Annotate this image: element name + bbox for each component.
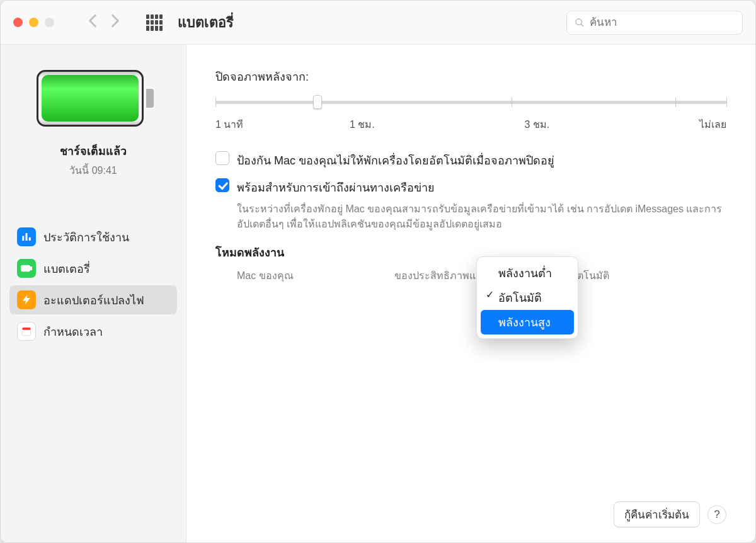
sidebar-item-power-adapter[interactable]: อะแดปเตอร์แปลงไฟ	[9, 285, 177, 314]
power-mode-popup[interactable]: พลังงานต่ำ อัตโนมัติ พลังงานสูง	[476, 256, 578, 339]
zoom-window-button[interactable]	[45, 18, 54, 27]
nav-arrows	[88, 14, 120, 31]
battery-icon	[37, 70, 150, 127]
slider-tick-label: 1 นาที	[215, 117, 243, 132]
slider-tick-label: ไม่เลย	[699, 117, 726, 132]
popup-option-high-power[interactable]: พลังงานสูง	[481, 310, 574, 334]
slider-tick-label: 1 ชม.	[350, 117, 375, 132]
close-window-button[interactable]	[13, 18, 23, 27]
sidebar-item-label: กำหนดเวลา	[43, 323, 103, 341]
display-off-slider[interactable]	[215, 92, 726, 110]
prevent-sleep-label: ป้องกัน Mac ของคุณไม่ให้พักเครื่องโดยอัต…	[237, 151, 554, 169]
forward-button[interactable]	[111, 14, 120, 31]
wake-network-desc: ในระหว่างที่เครื่องพักอยู่ Mac ของคุณสาม…	[237, 202, 726, 232]
svg-rect-6	[31, 267, 32, 270]
power-mode-label: โหมดพลังงาน	[215, 243, 726, 261]
charge-time: วันนี้ 09:41	[9, 163, 177, 178]
show-all-icon[interactable]	[146, 14, 163, 31]
battery-small-icon	[17, 259, 36, 278]
main-content: ปิดจอภาพหลังจาก: 1 นาที 15 นาที 1 ชม. 3 …	[186, 45, 755, 542]
sidebar-item-schedule[interactable]: กำหนดเวลา	[9, 317, 177, 346]
prevent-sleep-checkbox[interactable]	[215, 151, 229, 165]
popup-option-automatic[interactable]: อัตโนมัติ	[481, 285, 574, 310]
calendar-icon	[17, 322, 36, 341]
svg-rect-3	[26, 233, 28, 241]
search-icon	[575, 18, 585, 28]
sidebar-item-label: แบตเตอรี่	[43, 260, 90, 278]
sidebar-item-label: ประวัติการใช้งาน	[43, 228, 129, 246]
minimize-window-button[interactable]	[29, 18, 38, 27]
svg-rect-5	[21, 266, 30, 272]
svg-rect-4	[29, 237, 31, 241]
charge-status: ชาร์จเต็มแล้ว	[9, 142, 177, 160]
prevent-sleep-row: ป้องกัน Mac ของคุณไม่ให้พักเครื่องโดยอัต…	[215, 151, 726, 169]
wake-network-checkbox[interactable]	[215, 178, 229, 192]
wake-network-label: พร้อมสำหรับการเข้าถึงผ่านทางเครือข่าย	[237, 178, 435, 197]
svg-rect-8	[22, 328, 31, 330]
back-button[interactable]	[88, 14, 97, 31]
search-field[interactable]	[590, 16, 735, 29]
help-button[interactable]: ?	[707, 505, 726, 524]
display-off-label: ปิดจอภาพหลังจาก:	[215, 67, 726, 86]
svg-point-0	[576, 19, 581, 25]
wake-network-row: พร้อมสำหรับการเข้าถึงผ่านทางเครือข่าย	[215, 178, 726, 197]
bar-chart-icon	[17, 227, 36, 246]
preferences-window: แบตเตอรี่ ชาร์จเต็มแล้ว วันนี้ 09:41 ประ…	[0, 0, 756, 543]
slider-thumb[interactable]	[313, 95, 322, 109]
svg-rect-2	[22, 236, 24, 241]
sidebar-item-label: อะแดปเตอร์แปลงไฟ	[43, 291, 144, 309]
bolt-icon	[17, 290, 36, 309]
popup-option-low-power[interactable]: พลังงานต่ำ	[481, 261, 574, 285]
sidebar-nav: ประวัติการใช้งาน แบตเตอรี่ อะแดปเตอร์แปล…	[9, 222, 177, 346]
sidebar-item-usage-history[interactable]: ประวัติการใช้งาน	[9, 222, 177, 251]
sidebar-item-battery[interactable]: แบตเตอรี่	[9, 254, 177, 283]
sidebar: ชาร์จเต็มแล้ว วันนี้ 09:41 ประวัติการใช้…	[1, 45, 186, 542]
search-input[interactable]	[566, 11, 743, 35]
restore-defaults-button[interactable]: กู้คืนค่าเริ่มต้น	[614, 501, 700, 527]
svg-line-1	[581, 24, 583, 26]
slider-labels: 1 นาที 15 นาที 1 ชม. 3 ชม. ไม่เลย	[215, 117, 726, 132]
traffic-lights	[13, 18, 54, 27]
window-title: แบตเตอรี่	[178, 11, 234, 33]
footer: กู้คืนค่าเริ่มต้น ?	[215, 489, 726, 527]
slider-tick-label: 3 ชม.	[525, 117, 550, 132]
titlebar: แบตเตอรี่	[1, 1, 755, 45]
